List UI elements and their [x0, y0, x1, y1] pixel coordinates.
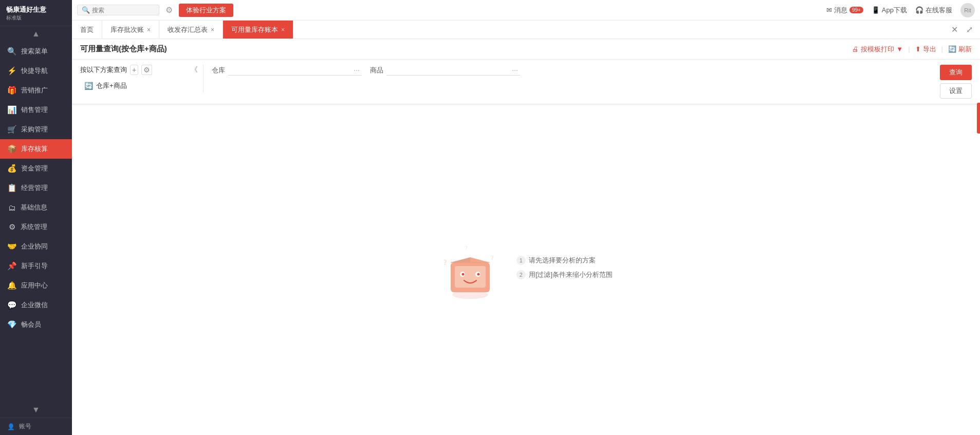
- action-buttons: 查询 设置: [936, 65, 972, 99]
- filter-area: 仓库 ··· 商品 ···: [204, 65, 936, 75]
- sidebar-item-inventory[interactable]: 📦 库存核算: [0, 139, 72, 159]
- sidebar-item-basic[interactable]: 🗂 基础信息: [0, 198, 72, 217]
- tab-deposit-summary[interactable]: 收发存汇总表×: [159, 21, 223, 39]
- sidebar-item-operation[interactable]: 📋 经营管理: [0, 178, 72, 198]
- sidebar-icon-purchase: 🛒: [7, 125, 17, 134]
- scheme-item-label: 仓库+商品: [96, 81, 127, 90]
- close-tab-button[interactable]: ✕: [948, 23, 961, 36]
- sidebar-icon-operation: 📋: [7, 183, 17, 193]
- headset-icon: 🎧: [915, 6, 923, 14]
- query-button[interactable]: 查询: [940, 65, 972, 80]
- sidebar-bottom[interactable]: 👤 账号: [0, 418, 72, 435]
- sidebar-item-apps[interactable]: 🔔 应用中心: [0, 276, 72, 295]
- sidebar-label-sales: 销售管理: [21, 105, 48, 115]
- topbar-right: ✉ 消息 99+ 📱 App下载 🎧 在线客服 Rit: [826, 3, 975, 17]
- online-support-link[interactable]: 🎧 在线客服: [915, 6, 952, 15]
- sidebar-item-collab[interactable]: 🤝 企业协同: [0, 237, 72, 256]
- sidebar-bottom-icon: 👤: [7, 423, 15, 430]
- app-download-link[interactable]: 📱 App下载: [872, 6, 907, 15]
- goods-input-box[interactable]: ···: [386, 65, 520, 75]
- search-icon: 🔍: [82, 6, 90, 14]
- sidebar-label-shortcut: 快捷导航: [21, 66, 48, 75]
- empty-state: ? ? ? 1 请先选择要分析的方案 2 用[过滤]条件来缩小分析范围: [72, 105, 980, 435]
- tab-close-available-ledger[interactable]: ×: [281, 26, 285, 33]
- avatar[interactable]: Rit: [960, 3, 975, 17]
- sidebar-item-finance[interactable]: 💰 资金管理: [0, 159, 72, 178]
- goods-more-icon[interactable]: ···: [512, 66, 518, 74]
- scheme-header-label: 按以下方案查询: [80, 65, 127, 74]
- scheme-item-warehouse-goods[interactable]: 🔄 仓库+商品: [80, 79, 198, 92]
- notification-button[interactable]: ✉ 消息 99+: [826, 6, 863, 15]
- sidebar-item-search[interactable]: 🔍 搜索菜单: [0, 42, 72, 61]
- svg-text:?: ?: [491, 254, 493, 261]
- tab-close-deposit-summary[interactable]: ×: [211, 26, 214, 33]
- sidebar-scroll-down[interactable]: ▼: [0, 402, 72, 418]
- sidebar-item-system[interactable]: ⚙ 系统管理: [0, 217, 72, 237]
- sidebar-item-newbie[interactable]: 📌 新手引导: [0, 256, 72, 276]
- sidebar-label-collab: 企业协同: [21, 242, 48, 251]
- goods-label: 商品: [370, 66, 383, 75]
- warehouse-filter: 仓库 ···: [212, 65, 362, 75]
- sidebar-icon-search: 🔍: [7, 47, 17, 56]
- notification-label: 消息: [834, 6, 847, 15]
- export-action[interactable]: ⬆ 导出: [915, 45, 936, 54]
- goods-filter: 商品 ···: [370, 65, 520, 75]
- sidebar-item-marketing[interactable]: 🎁 营销推广: [0, 81, 72, 100]
- svg-text:?: ?: [465, 245, 468, 251]
- warehouse-label: 仓库: [212, 66, 225, 75]
- refresh-action[interactable]: 🔄 刷新: [948, 45, 972, 54]
- sidebar-nav: 🔍 搜索菜单 ⚡ 快捷导航 🎁 营销推广 📊 销售管理 🛒 采购管理 📦 库存核…: [0, 42, 72, 402]
- scroll-indicator: [977, 103, 980, 134]
- dropdown-icon: ▼: [896, 45, 903, 53]
- sidebar-icon-weixin: 💬: [7, 300, 17, 310]
- action-divider-1: |: [908, 45, 910, 53]
- scheme-settings-button[interactable]: ⚙: [141, 65, 152, 75]
- column-settings-button[interactable]: 设置: [940, 83, 972, 99]
- export-icon: ⬆: [915, 45, 921, 53]
- tab-available-ledger[interactable]: 可用量库存账本×: [223, 21, 293, 39]
- add-scheme-button[interactable]: +: [130, 65, 138, 75]
- online-support-label: 在线客服: [926, 6, 952, 15]
- sidebar-item-weixin[interactable]: 💬 企业微信: [0, 295, 72, 315]
- message-icon: ✉: [826, 6, 832, 14]
- topbar-search-box[interactable]: 🔍: [77, 5, 159, 15]
- empty-svg: ? ? ?: [439, 239, 501, 301]
- sidebar-label-apps: 应用中心: [21, 281, 48, 290]
- action-divider-2: |: [941, 45, 943, 53]
- tab-home[interactable]: 首页: [72, 21, 102, 39]
- sidebar-item-sales[interactable]: 📊 销售管理: [0, 100, 72, 120]
- filter-row: 仓库 ··· 商品 ···: [212, 65, 936, 75]
- print-action[interactable]: 🖨 按模板打印 ▼: [852, 45, 903, 54]
- mobile-icon: 📱: [872, 6, 880, 14]
- sidebar-label-operation: 经营管理: [21, 183, 48, 193]
- sidebar-label-weixin: 企业微信: [21, 300, 48, 310]
- tab-list: 首页库存批次账×收发存汇总表×可用量库存账本×: [72, 21, 293, 39]
- sidebar-item-vip[interactable]: 💎 畅会员: [0, 315, 72, 334]
- sidebar-icon-collab: 🤝: [7, 242, 17, 251]
- sidebar-icon-apps: 🔔: [7, 281, 17, 290]
- sidebar-item-purchase[interactable]: 🛒 采购管理: [0, 120, 72, 139]
- warehouse-more-icon[interactable]: ···: [354, 66, 360, 74]
- sidebar-scroll-up[interactable]: ▲: [0, 26, 72, 42]
- goods-input[interactable]: [389, 66, 510, 74]
- search-input[interactable]: [92, 7, 154, 14]
- svg-point-5: [461, 273, 464, 276]
- sidebar-label-newbie: 新手引导: [21, 261, 48, 271]
- query-scheme-header: 按以下方案查询 + ⚙ 《: [80, 65, 198, 75]
- maximize-tab-button[interactable]: ⤢: [963, 23, 976, 36]
- trial-button[interactable]: 体验行业方案: [179, 4, 233, 17]
- warehouse-input-box[interactable]: ···: [228, 65, 362, 75]
- settings-icon[interactable]: ⚙: [163, 3, 175, 17]
- page-header: 可用量查询(按仓库+商品) 🖨 按模板打印 ▼ | ⬆ 导出 | 🔄 刷新: [72, 39, 980, 60]
- tabbar-actions: ✕ ⤢: [948, 21, 980, 39]
- sidebar-icon-newbie: 📌: [7, 261, 17, 271]
- tab-close-batch-account[interactable]: ×: [147, 26, 151, 33]
- main-area: 🔍 ⚙ 体验行业方案 ✉ 消息 99+ 📱 App下载 🎧 在线客服 Rit: [72, 0, 980, 435]
- sidebar-item-shortcut[interactable]: ⚡ 快捷导航: [0, 61, 72, 81]
- tab-batch-account[interactable]: 库存批次账×: [102, 21, 159, 39]
- collapse-icon[interactable]: 《: [191, 65, 198, 74]
- warehouse-input[interactable]: [230, 66, 352, 74]
- tab-label-deposit-summary: 收发存汇总表: [168, 25, 208, 34]
- sidebar-label-finance: 资金管理: [21, 164, 48, 173]
- sidebar-icon-basic: 🗂: [7, 203, 16, 212]
